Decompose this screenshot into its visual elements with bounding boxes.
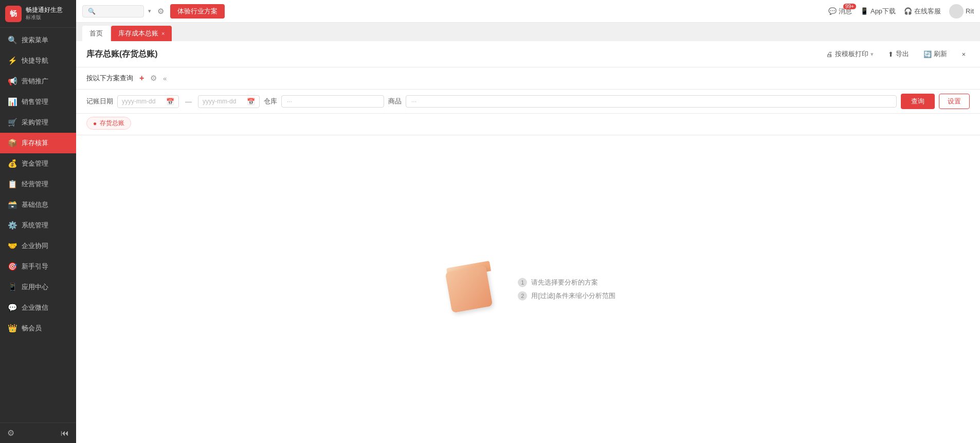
message-badge: 99+ [843, 4, 856, 9]
goods-field-label: 商品 [388, 97, 402, 106]
sidebar-item-operation[interactable]: 📋 经营管理 [0, 174, 76, 194]
sidebar-item-label-marketing: 营销推广 [22, 77, 48, 86]
topbar-search-box[interactable]: 🔍 [82, 5, 144, 17]
filter-collapse-button[interactable]: « [163, 75, 167, 82]
online-support-label: 在线客服 [914, 7, 941, 16]
print-icon: 🖨 [826, 50, 833, 58]
goods-placeholder: ··· [411, 98, 416, 105]
empty-text-block: 1 请先选择要分析的方案 2 用[过滤]条件来缩小分析范围 [518, 276, 615, 303]
purchase-icon: 🛒 [7, 117, 17, 128]
user-profile-button[interactable]: Rit [949, 4, 974, 19]
filter-add-button[interactable]: + [139, 74, 144, 83]
logo-badge: 标准版 [26, 14, 63, 21]
page-header: 库存总账(存货总账) 🖨 按模板打印 ▾ ⬆ 导出 🔄 刷新 × [76, 41, 980, 67]
topbar-gear-button[interactable]: ⚙ [155, 5, 166, 18]
sidebar-item-appcenter[interactable]: 📱 应用中心 [0, 277, 76, 297]
page-actions: 🖨 按模板打印 ▾ ⬆ 导出 🔄 刷新 × [822, 47, 970, 61]
close-icon: × [961, 50, 966, 58]
sidebar-item-shortcut[interactable]: ⚡ 快捷导航 [0, 50, 76, 71]
sidebar-item-newguide[interactable]: 🎯 新手引导 [0, 256, 76, 277]
empty-hint-2: 2 用[过滤]条件来缩小分析范围 [518, 289, 615, 303]
tab-inventory-ledger[interactable]: 库存成本总账 × [111, 26, 172, 41]
panel-close-button[interactable]: × [957, 48, 970, 60]
sidebar-item-purchase[interactable]: 🛒 采购管理 [0, 112, 76, 133]
sidebar-item-label-shortcut: 快捷导航 [22, 56, 48, 65]
sidebar-item-label-search: 搜索菜单 [22, 36, 48, 45]
warehouse-input[interactable]: ··· [281, 95, 384, 108]
date-from-input[interactable]: yyyy-mm-dd 📅 [117, 95, 179, 108]
sidebar-item-search[interactable]: 🔍 搜索菜单 [0, 30, 76, 50]
appcenter-icon: 📱 [7, 282, 17, 292]
empty-hint-2-text: 用[过滤]条件来缩小分析范围 [531, 289, 615, 303]
settings-footer-icon[interactable]: ⚙ [7, 428, 14, 438]
export-button[interactable]: ⬆ 导出 [884, 47, 913, 61]
refresh-label: 刷新 [934, 49, 947, 59]
filter-bar: 按以下方案查询 + ⚙ « [76, 67, 980, 90]
audio-footer-icon[interactable]: ⏮ [61, 429, 69, 438]
refresh-button[interactable]: 🔄 刷新 [919, 47, 951, 61]
message-button[interactable]: 💬 消息 99+ [828, 7, 852, 16]
export-label: 导出 [896, 49, 909, 59]
sidebar-item-sales[interactable]: 📊 销售管理 [0, 92, 76, 112]
empty-hint-1: 1 请先选择要分析的方案 [518, 276, 615, 289]
sidebar-item-basic[interactable]: 🗃️ 基础信息 [0, 194, 76, 215]
goods-input[interactable]: ··· [406, 95, 897, 108]
calendar-to-icon: 📅 [247, 98, 255, 105]
filter-label: 按以下方案查询 [86, 74, 133, 83]
sidebar-item-marketing[interactable]: 📢 营销推广 [0, 71, 76, 92]
query-button[interactable]: 查询 [901, 94, 935, 109]
tab-home[interactable]: 首页 [82, 26, 110, 41]
industry-solution-button[interactable]: 体验行业方案 [170, 4, 225, 19]
sidebar-item-label-inventory: 库存核算 [22, 138, 48, 148]
system-icon: ⚙️ [7, 220, 17, 231]
logo-title: 畅捷通好生意 [26, 6, 63, 14]
sidebar-item-label-member: 畅会员 [22, 324, 42, 333]
online-support-button[interactable]: 🎧 在线客服 [904, 7, 941, 16]
print-dropdown-icon[interactable]: ▾ [870, 51, 874, 58]
operation-icon: 📋 [7, 179, 17, 189]
settings-button[interactable]: 设置 [939, 94, 970, 109]
warehouse-field-label: 仓库 [264, 97, 277, 106]
sub-filter-item[interactable]: ● 存货总账 [86, 117, 131, 130]
filter-settings-icon[interactable]: ⚙ [150, 74, 157, 83]
member-icon: 👑 [7, 323, 17, 333]
marketing-icon: 📢 [7, 76, 17, 86]
inventory-icon: 📦 [7, 138, 17, 148]
sub-filter-row: ● 存货总账 [76, 114, 980, 135]
sidebar-item-wechat[interactable]: 💬 企业微信 [0, 297, 76, 318]
export-icon: ⬆ [888, 50, 894, 58]
topbar-dropdown-icon[interactable]: ▾ [148, 8, 151, 14]
sidebar-item-label-appcenter: 应用中心 [22, 282, 48, 292]
empty-hint-1-text: 请先选择要分析的方案 [531, 276, 598, 289]
app-download-button[interactable]: 📱 App下载 [860, 7, 896, 16]
topbar-right: 💬 消息 99+ 📱 App下载 🎧 在线客服 Rit [828, 4, 974, 19]
page-title: 库存总账(存货总账) [86, 49, 158, 60]
sidebar-item-enterprise[interactable]: 🤝 企业协同 [0, 236, 76, 256]
print-template-label: 按模板打印 [835, 49, 868, 59]
logo-icon: 畅 [5, 6, 22, 22]
sidebar-item-label-basic: 基础信息 [22, 200, 48, 209]
calendar-from-icon: 📅 [166, 98, 174, 105]
print-template-button[interactable]: 🖨 按模板打印 ▾ [822, 47, 878, 61]
sidebar-item-inventory[interactable]: 📦 库存核算 [0, 133, 76, 153]
sidebar-item-label-system: 系统管理 [22, 221, 48, 230]
warehouse-placeholder: ··· [287, 98, 292, 105]
wechat-icon: 💬 [7, 303, 17, 313]
message-icon: 💬 [828, 7, 837, 15]
box-body-shape [445, 265, 493, 313]
tabs-bar: 首页 库存成本总账 × [76, 23, 980, 41]
tab-close-icon[interactable]: × [161, 30, 165, 37]
sub-item-label: 存货总账 [100, 119, 124, 128]
basic-icon: 🗃️ [7, 200, 17, 210]
tab-home-label: 首页 [89, 29, 103, 38]
sidebar-item-label-newguide: 新手引导 [22, 262, 48, 271]
sidebar-item-system[interactable]: ⚙️ 系统管理 [0, 215, 76, 236]
sidebar-item-finance[interactable]: 💰 资金管理 [0, 153, 76, 174]
step-num-1: 1 [518, 278, 527, 287]
sidebar-item-member[interactable]: 👑 畅会员 [0, 318, 76, 339]
sidebar: 畅 畅捷通好生意 标准版 🔍 搜索菜单 ⚡ 快捷导航 📢 营销推广 📊 销售管理… [0, 0, 76, 443]
date-to-input[interactable]: yyyy-mm-dd 📅 [198, 95, 260, 108]
refresh-icon: 🔄 [923, 50, 932, 58]
topbar-left: 🔍 ▾ ⚙ 体验行业方案 [82, 4, 225, 19]
sales-icon: 📊 [7, 97, 17, 107]
